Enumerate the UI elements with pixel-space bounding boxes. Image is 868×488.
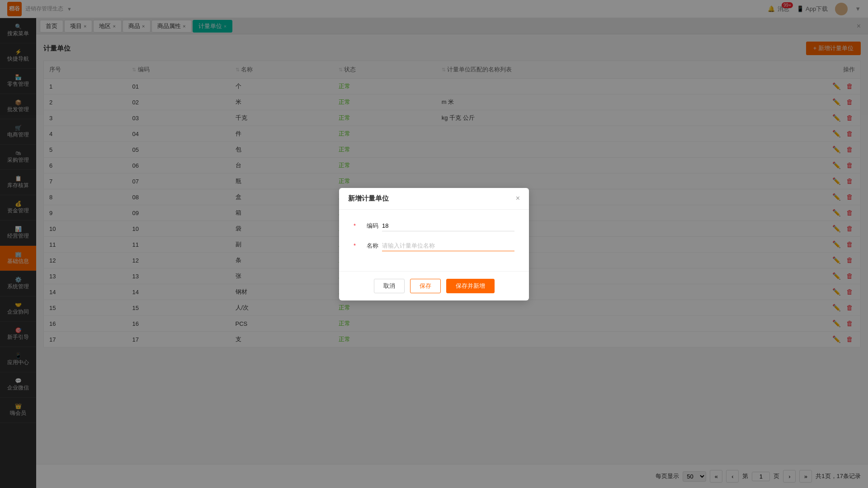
code-input[interactable]	[382, 221, 514, 231]
add-unit-modal: 新增计量单位 × * 编码 * 名称 取消 保存 保存并新增	[339, 188, 529, 300]
modal-close-button[interactable]: ×	[516, 194, 520, 202]
name-form-row: * 名称	[354, 240, 514, 251]
modal-body: * 编码 * 名称	[339, 210, 529, 271]
save-and-new-button[interactable]: 保存并新增	[446, 279, 495, 293]
code-form-row: * 编码	[354, 221, 514, 231]
code-label: 编码	[360, 222, 378, 230]
name-label: 名称	[360, 242, 378, 250]
name-input[interactable]	[382, 240, 514, 251]
modal-header: 新增计量单位 ×	[339, 188, 529, 210]
modal-overlay: 新增计量单位 × * 编码 * 名称 取消 保存 保存并新增	[0, 0, 868, 488]
modal-title: 新增计量单位	[348, 194, 389, 203]
name-required-mark: *	[354, 242, 356, 249]
code-required-mark: *	[354, 222, 356, 229]
save-button[interactable]: 保存	[410, 279, 441, 293]
cancel-button[interactable]: 取消	[374, 279, 405, 293]
modal-footer: 取消 保存 保存并新增	[339, 271, 529, 300]
